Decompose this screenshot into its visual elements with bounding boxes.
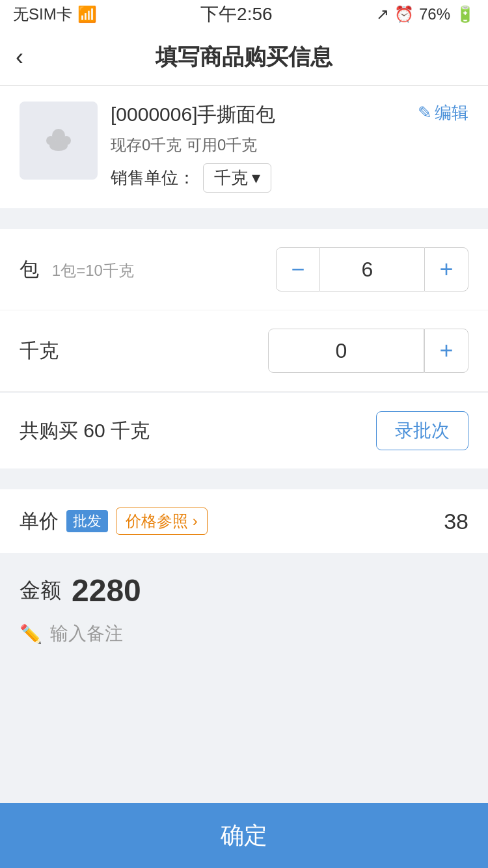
batch-button[interactable]: 录批次 [376, 411, 468, 450]
confirm-label: 确定 [221, 820, 267, 852]
status-time: 下午2:56 [200, 2, 273, 27]
kilogram-label-group: 千克 [20, 338, 59, 364]
product-edit-area: ✎ 编辑 [418, 102, 468, 124]
price-reference-button[interactable]: 价格参照 › [116, 508, 208, 535]
product-unit-row: 销售单位： 千克 ▾ [111, 163, 405, 193]
product-card: [0000006]手撕面包 现存0千克 可用0千克 销售单位： 千克 ▾ ✎ 编… [0, 86, 488, 208]
price-section: 单价 批发 价格参照 › 38 [0, 489, 488, 553]
package-hint: 1包=10千克 [52, 262, 134, 279]
package-label-group: 包 1包=10千克 [20, 256, 134, 283]
price-value: 38 [444, 509, 468, 534]
unit-value: 千克 [214, 167, 248, 189]
confirm-button[interactable]: 确定 [0, 803, 488, 868]
status-right: ↗ ⏰ 76% 🔋 [376, 5, 475, 23]
alarm-icon: ⏰ [394, 5, 414, 23]
price-row: 单价 批发 价格参照 › 38 [20, 508, 468, 535]
summary-text: 共购买 60 千克 [20, 418, 150, 444]
edit-icon: ✎ [418, 103, 432, 123]
product-info: [0000006]手撕面包 现存0千克 可用0千克 销售单位： 千克 ▾ [111, 102, 405, 193]
package-quantity-input[interactable] [320, 247, 424, 292]
package-quantity-control: − + [276, 247, 468, 292]
bottom-spacer [0, 659, 488, 737]
edit-button[interactable]: ✎ 编辑 [418, 102, 468, 124]
divider-2 [0, 479, 488, 489]
back-button[interactable]: ‹ [16, 44, 23, 71]
battery-icon: 🔋 [455, 5, 475, 23]
price-label: 单价 [20, 508, 59, 535]
remark-row[interactable]: ✏️ 输入备注 [20, 621, 468, 659]
wifi-icon: 📶 [77, 5, 97, 23]
kilogram-row: 千克 + [0, 310, 488, 392]
product-thumbnail-icon [39, 121, 78, 160]
summary-section: 共购买 60 千克 录批次 [0, 393, 488, 468]
remark-placeholder: 输入备注 [50, 621, 123, 646]
amount-section: 金额 2280 ✏️ 输入备注 [0, 554, 488, 659]
product-name: [0000006]手撕面包 [111, 102, 405, 128]
package-plus-button[interactable]: + [424, 247, 468, 292]
unit-selector[interactable]: 千克 ▾ [203, 163, 271, 193]
amount-value: 2280 [72, 573, 141, 608]
divider-1 [0, 219, 488, 229]
remark-icon: ✏️ [20, 623, 42, 645]
package-section: 包 1包=10千克 − + 千克 + [0, 229, 488, 392]
kilogram-quantity-input[interactable] [268, 329, 424, 373]
kilogram-label: 千克 [20, 340, 59, 361]
package-minus-button[interactable]: − [276, 247, 320, 292]
unit-label: 销售单位： [111, 167, 195, 189]
price-label-group: 单价 批发 价格参照 › [20, 508, 208, 535]
amount-row: 金额 2280 [20, 573, 468, 608]
package-label: 包 [20, 258, 39, 280]
kilogram-quantity-control: + [268, 329, 468, 373]
page-title: 填写商品购买信息 [156, 42, 332, 72]
nav-bar: ‹ 填写商品购买信息 [0, 29, 488, 86]
edit-label: 编辑 [435, 102, 468, 124]
unit-chevron-icon: ▾ [252, 168, 260, 188]
price-tag: 批发 [66, 510, 108, 532]
amount-label: 金额 [20, 576, 61, 605]
status-bar: 无SIM卡 📶 下午2:56 ↗ ⏰ 76% 🔋 [0, 0, 488, 29]
location-icon: ↗ [376, 5, 389, 23]
status-left: 无SIM卡 📶 [13, 4, 97, 25]
product-stock: 现存0千克 可用0千克 [111, 135, 405, 156]
kilogram-plus-button[interactable]: + [424, 329, 468, 373]
svg-point-3 [49, 141, 68, 151]
battery-label: 76% [419, 5, 450, 23]
package-row: 包 1包=10千克 − + [0, 229, 488, 310]
carrier-label: 无SIM卡 [13, 4, 72, 25]
product-image [20, 102, 98, 180]
